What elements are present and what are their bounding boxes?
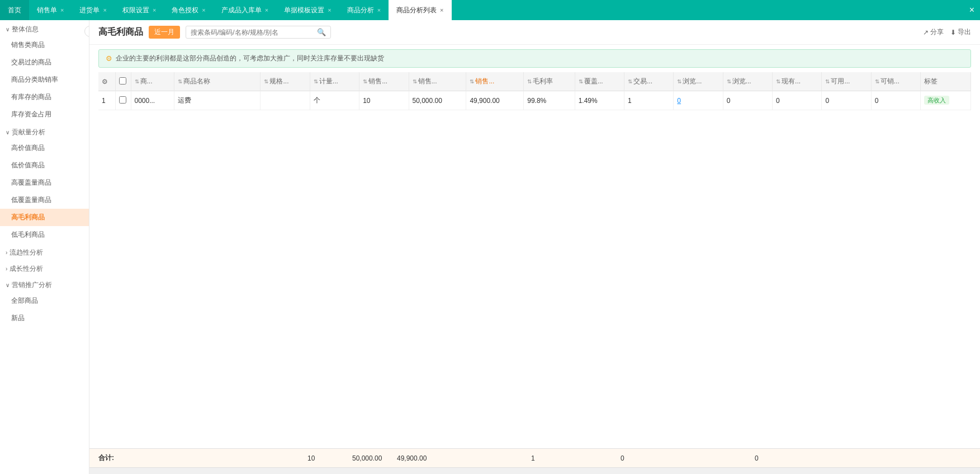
sidebar-group-trend[interactable]: › 流趋性分析 [0,243,89,260]
col-sales-amount[interactable]: ⇅销售... [409,72,466,91]
sidebar-group-marketing[interactable]: ∨ 营销推广分析 [0,276,89,292]
row-checkbox[interactable] [119,96,126,104]
search-box: 🔍 [186,26,331,39]
sidebar-item-high-coverage[interactable]: 高覆盖量商品 [0,174,89,191]
sidebar-item-low-value[interactable]: 低价值商品 [0,157,89,174]
info-icon: ⚙ [106,54,112,63]
col-checkbox [115,72,131,91]
col-unit[interactable]: ⇅计量... [310,72,359,91]
row-tag: 高收入 [921,91,971,110]
filter-recent-month-button[interactable]: 近一月 [149,26,180,39]
col-browse1[interactable]: ⇅浏览... [674,72,723,91]
sidebar-item-low-margin[interactable]: 低毛利商品 [0,226,89,243]
row-browse2: 0 [723,91,772,110]
row-trade-count: 1 [624,91,674,110]
sidebar-group-overall[interactable]: ∨ 整体信息 [0,20,89,36]
footer-spacer3 [187,454,243,462]
close-icon[interactable]: × [60,7,64,13]
nav-permissions[interactable]: 权限设置 × [115,0,164,20]
sidebar-item-high-margin[interactable]: 高毛利商品 [0,209,89,226]
col-spec[interactable]: ⇅规格... [261,72,310,91]
col-name[interactable]: ⇅商品名称 [174,72,261,91]
close-icon[interactable]: × [377,7,381,13]
chevron-down-icon: ∨ [6,26,10,32]
col-browse2[interactable]: ⇅浏览... [723,72,772,91]
export-icon: ⬇ [950,29,956,36]
nav-home[interactable]: 首页 [0,0,29,20]
nav-template-settings[interactable]: 单据模板设置 × [276,0,339,20]
footer-sales-amount: 50,000.00 [349,454,394,462]
sidebar-item-high-value[interactable]: 高价值商品 [0,139,89,157]
col-tag[interactable]: 标签 [921,72,971,91]
footer-sellable-days: 0 [751,454,796,462]
search-input[interactable] [191,29,317,36]
nav-product-analysis-list[interactable]: 商品分析列表 × [389,0,451,20]
sidebar-item-low-coverage[interactable]: 低覆盖量商品 [0,191,89,209]
footer-spacer1 [126,454,142,462]
col-settings[interactable]: ⚙ [98,72,115,91]
row-index: 1 [98,91,115,110]
footer-spacer5 [276,454,304,462]
sidebar-item-new-goods[interactable]: 新品 [0,309,89,327]
nav-product-inbound[interactable]: 产成品入库单 × [214,0,276,20]
chevron-down-icon: ∨ [6,129,10,135]
nav-purchase[interactable]: 进货单 × [72,0,114,20]
sidebar-group-contribution[interactable]: ∨ 贡献量分析 [0,123,89,139]
info-banner: ⚙ 企业的主要的利润都是这部分商品创造的，可考虑加大推广，同时关注库存量不要出现… [98,49,971,68]
nav-role-auth[interactable]: 角色授权 × [164,0,213,20]
footer-label: 合计: [98,453,121,463]
table-container: ⚙ ⇅商... ⇅商品名称 ⇅规格... ⇅计量... ⇅销售... ⇅销售..… [89,72,980,448]
close-icon[interactable]: × [440,7,443,13]
horizontal-scrollbar[interactable] [89,467,980,474]
content-area: 高毛利商品 近一月 🔍 ↗ 分享 ⬇ 导出 ⚙ 企业的主要的利润都是这部分商品创… [89,20,980,474]
col-available-stock[interactable]: ⇅可用... [822,72,871,91]
sidebar-item-category-rate[interactable]: 商品分类助销率 [0,71,89,88]
close-icon[interactable]: × [103,7,106,13]
footer-spacer4 [243,454,276,462]
footer-values: 10 50,000.00 49,900.00 1 0 0 [126,454,971,462]
col-current-stock[interactable]: ⇅现有... [773,72,822,91]
sidebar-item-stocked-goods[interactable]: 有库存的商品 [0,88,89,106]
col-coverage[interactable]: ⇅覆盖... [575,72,624,91]
close-icon[interactable]: × [328,7,331,13]
nav-sales[interactable]: 销售单 × [29,0,72,20]
nav-product-analysis[interactable]: 商品分析 × [339,0,389,20]
close-icon[interactable]: × [265,7,268,13]
row-checkbox-cell[interactable] [115,91,131,110]
chevron-down-icon: ∨ [6,282,10,288]
footer-sales-profit: 49,900.00 [394,454,438,462]
top-navigation: 首页 销售单 × 进货单 × 权限设置 × 角色授权 × 产成品入库单 × 单据… [0,0,980,20]
share-button[interactable]: ↗ 分享 [923,27,944,37]
sidebar-group-growth[interactable]: › 成长性分析 [0,260,89,276]
close-icon[interactable]: × [202,7,205,13]
select-all-checkbox[interactable] [119,77,126,85]
col-gross-margin[interactable]: ⇅毛利率 [524,72,575,91]
sidebar-item-sales-goods[interactable]: 销售类商品 [0,36,89,54]
row-spec [261,91,310,110]
row-sellable-days: 0 [871,91,920,110]
row-gross-margin: 99.8% [524,91,575,110]
sidebar-item-stock-capital[interactable]: 库存资金占用 [0,106,89,123]
footer-coverage [483,454,528,462]
main-layout: 《 ∨ 整体信息 销售类商品 交易过的商品 商品分类助销率 有库存的商品 库存资… [0,20,980,474]
sidebar-item-all-goods[interactable]: 全部商品 [0,292,89,309]
search-icon[interactable]: 🔍 [317,28,326,36]
footer-browse1 [572,454,617,462]
row-browse1[interactable]: 0 [674,91,723,110]
col-code[interactable]: ⇅商... [131,72,174,91]
footer-sales-qty: 10 [304,454,349,462]
col-sellable-days[interactable]: ⇅可销... [871,72,920,91]
product-table: ⚙ ⇅商... ⇅商品名称 ⇅规格... ⇅计量... ⇅销售... ⇅销售..… [98,72,971,110]
footer-available-stock [707,454,751,462]
export-button[interactable]: ⬇ 导出 [950,27,971,37]
col-trade-count[interactable]: ⇅交易... [624,72,674,91]
content-header: 高毛利商品 近一月 🔍 ↗ 分享 ⬇ 导出 [89,20,980,45]
footer-spacer2 [142,454,187,462]
close-icon[interactable]: × [153,7,156,13]
col-sales-profit[interactable]: ⇅销售... [466,72,524,91]
col-sales-qty[interactable]: ⇅销售... [359,72,409,91]
sidebar-item-traded-goods[interactable]: 交易过的商品 [0,54,89,71]
row-sales-amount: 50,000.00 [409,91,466,110]
table-footer: 合计: 10 50,000.00 49,900.00 1 0 0 [89,448,980,467]
window-close-icon[interactable]: × [969,5,974,15]
